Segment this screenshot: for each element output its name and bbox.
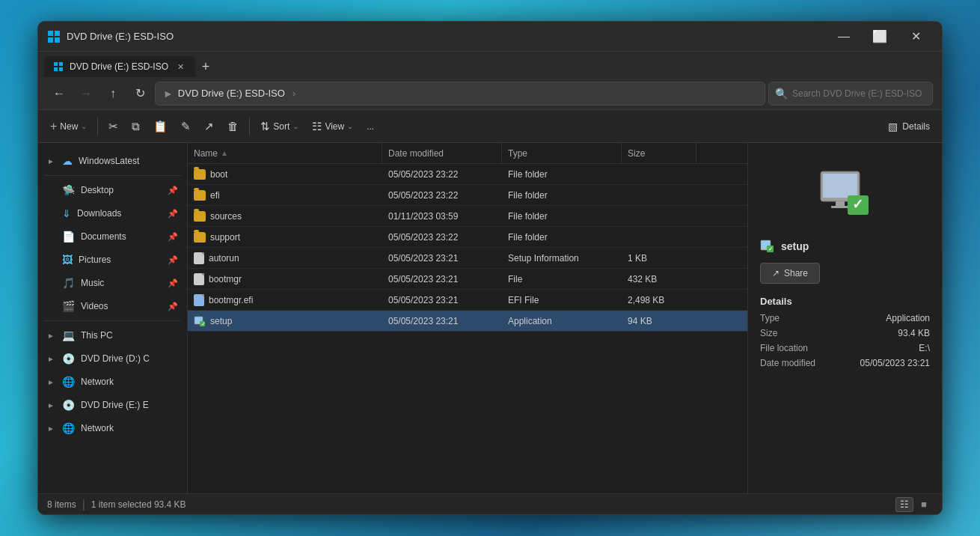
sort-button[interactable]: ⇅ Sort ⌄ [254,115,304,138]
sidebar: ► ☁ WindowsLatest 🛸 Desktop 📌 ⇓ Download… [38,143,188,493]
main-content: ► ☁ WindowsLatest 🛸 Desktop 📌 ⇓ Download… [38,143,942,493]
copy-icon: ⧉ [132,120,140,133]
view-toggle: ☷ ■ [895,497,933,512]
pin-icon: 📌 [168,209,178,219]
file-cell-size [622,185,696,205]
sidebar-item-music[interactable]: 🎵 Music 📌 [41,272,184,294]
file-cell-name: bootmgr [188,269,382,289]
expand-icon: ► [47,401,56,409]
table-row[interactable]: bootmgr 05/05/2023 23:21 File 432 KB [188,269,747,290]
table-row[interactable]: autorun 05/05/2023 23:21 Setup Informati… [188,248,747,269]
table-row[interactable]: support 05/05/2023 23:22 File folder [188,227,747,248]
search-input[interactable] [792,88,926,99]
up-button[interactable]: ↑ [101,82,125,106]
expand-icon: ► [47,355,56,363]
pin-icon: 📌 [168,278,178,288]
tab-dvd-drive[interactable]: DVD Drive (E:) ESD-ISO ✕ [44,56,195,77]
sidebar-item-documents[interactable]: 📄 Documents 📌 [41,225,184,248]
grid-view-button[interactable]: ■ [915,497,933,512]
svg-text:✓: ✓ [852,197,863,212]
sidebar-item-desktop[interactable]: 🛸 Desktop 📌 [41,179,184,201]
pin-icon: 📌 [168,302,178,311]
new-icon: + [50,120,57,133]
refresh-button[interactable]: ↻ [128,82,152,106]
file-cell-name: ✓ setup [188,311,382,331]
expand-icon: ► [47,424,56,433]
tab-close-button[interactable]: ✕ [174,61,186,73]
file-cell-date: 05/05/2023 23:21 [382,269,502,289]
sidebar-item-downloads[interactable]: ⇓ Downloads 📌 [41,202,184,225]
share-toolbar-button[interactable]: ↗ [198,115,220,138]
videos-icon: 🎬 [62,300,75,312]
detail-label-date: Date modified [760,358,815,368]
sidebar-item-network[interactable]: ► 🌐 Network [41,371,184,393]
sidebar-item-windows-latest[interactable]: ► ☁ WindowsLatest [41,150,184,172]
details-filename: ✓ setup [760,239,930,254]
detail-row-location: File location E:\ [760,343,930,353]
more-button[interactable]: ... [361,115,380,138]
address-separator: ► [163,88,174,100]
col-header-name[interactable]: Name ▲ [188,143,382,163]
table-row-selected[interactable]: ✓ setup 05/05/2023 23:21 Application 94 … [188,311,747,332]
file-cell-size: 2,498 KB [622,290,696,310]
file-cell-size [622,227,696,247]
cloud-icon: ☁ [62,155,73,167]
copy-button[interactable]: ⧉ [126,115,146,138]
rename-button[interactable]: ✎ [175,115,197,138]
sidebar-item-network2[interactable]: ► 🌐 Network [41,417,184,439]
close-button[interactable]: ✕ [898,25,933,48]
file-cell-date: 05/05/2023 23:21 [382,290,502,310]
sidebar-item-videos[interactable]: 🎬 Videos 📌 [41,295,184,317]
list-view-button[interactable]: ☷ [895,497,913,512]
detail-value-size: 93.4 KB [898,328,930,338]
svg-rect-3 [55,37,60,43]
col-header-type[interactable]: Type [502,143,622,163]
delete-button[interactable]: 🗑 [221,115,245,138]
detail-value-date: 05/05/2023 23:21 [860,358,930,368]
share-button[interactable]: ↗ Share [760,263,820,284]
more-label: ... [367,121,374,132]
file-cell-size: 432 KB [622,269,696,289]
view-button[interactable]: ☷ View ⌄ [306,115,359,138]
sidebar-item-dvd-e[interactable]: ► 💿 DVD Drive (E:) E [41,394,184,416]
col-header-date[interactable]: Date modified [382,143,502,163]
sidebar-item-this-pc[interactable]: ► 💻 This PC [41,324,184,347]
address-bar[interactable]: ► DVD Drive (E:) ESD-ISO › [155,82,765,106]
maximize-button[interactable]: ⬜ [863,25,897,48]
table-row[interactable]: bootmgr.efi 05/05/2023 23:21 EFI File 2,… [188,290,747,311]
sidebar-item-pictures[interactable]: 🖼 Pictures 📌 [41,249,184,271]
table-row[interactable]: sources 01/11/2023 03:59 File folder [188,206,747,227]
detail-label-type: Type [760,313,780,323]
svg-rect-6 [54,67,58,71]
details-button[interactable]: ▧ Details [882,115,936,138]
title-bar-title: DVD Drive (E:) ESD-ISO [67,31,827,42]
paste-button[interactable]: 📋 [147,115,174,138]
cut-button[interactable]: ✂ [102,115,124,138]
back-button[interactable]: ← [47,82,71,106]
sidebar-item-label: Downloads [77,208,162,219]
file-cell-type: EFI File [502,290,622,310]
table-row[interactable]: boot 05/05/2023 23:22 File folder [188,164,747,185]
sidebar-item-label: Pictures [79,255,162,265]
explorer-window: DVD Drive (E:) ESD-ISO — ⬜ ✕ DVD Drive (… [37,21,943,515]
view-chevron: ⌄ [347,122,353,130]
new-button[interactable]: + New ⌄ [44,115,93,138]
col-header-size[interactable]: Size [622,143,696,163]
file-cell-name: boot [188,164,382,184]
sidebar-item-label: Network [81,423,178,433]
forward-button[interactable]: → [74,82,98,106]
file-cell-size [622,164,696,184]
search-bar[interactable]: 🔍 [768,82,933,106]
table-row[interactable]: efi 05/05/2023 23:22 File folder [188,185,747,206]
file-cell-name: bootmgr.efi [188,290,382,310]
minimize-button[interactable]: — [827,25,861,48]
sidebar-item-dvd-d[interactable]: ► 💿 DVD Drive (D:) C [41,347,184,370]
new-tab-button[interactable]: + [195,56,216,77]
file-cell-name: autorun [188,248,382,268]
delete-icon: 🗑 [227,120,239,133]
sort-chevron: ⌄ [293,122,298,130]
pin-icon: 📌 [168,186,178,195]
share-label: Share [784,268,808,278]
sidebar-item-label: Videos [81,301,162,311]
pc-icon: 💻 [62,329,75,341]
